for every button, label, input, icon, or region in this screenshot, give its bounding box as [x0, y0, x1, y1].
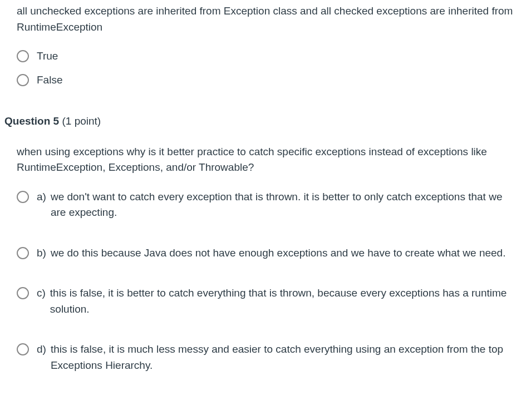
question-points: (1 point) — [59, 115, 101, 127]
option-row-b[interactable]: b) we do this because Java does not have… — [17, 245, 514, 261]
question-number-label: Question 5 — [4, 115, 59, 127]
option-text-d: this is false, it is much less messy and… — [51, 342, 514, 373]
option-letter-d: d) — [37, 342, 46, 358]
radio-icon[interactable] — [17, 287, 29, 299]
option-letter-b: b) — [37, 245, 46, 261]
radio-icon[interactable] — [17, 191, 29, 203]
option-content: c) this is false, it is better to catch … — [37, 285, 514, 317]
option-content: b) we do this because Java does not have… — [37, 245, 514, 261]
question-5-block: when using exceptions why is it better p… — [0, 141, 531, 385]
option-text-a: we don't want to catch every exception t… — [51, 189, 514, 221]
option-label-true: True — [37, 48, 514, 65]
option-letter-c: c) — [37, 285, 46, 302]
option-row-true[interactable]: True — [17, 48, 514, 65]
option-text-b: we do this because Java does not have en… — [51, 245, 514, 261]
question-5-header: Question 5 (1 point) — [0, 107, 531, 141]
option-letter-a: a) — [37, 189, 46, 205]
radio-icon[interactable] — [17, 343, 29, 355]
radio-icon[interactable] — [17, 247, 29, 259]
option-row-a[interactable]: a) we don't want to catch every exceptio… — [17, 189, 514, 221]
option-row-false[interactable]: False — [17, 72, 514, 88]
question-5-text: when using exceptions why is it better p… — [0, 141, 531, 189]
option-content: d) this is false, it is much less messy … — [37, 342, 514, 373]
radio-icon[interactable] — [17, 74, 29, 86]
option-label-false: False — [37, 72, 514, 88]
question-4-text: all unchecked exceptions are inherited f… — [0, 0, 531, 48]
question-5-options: a) we don't want to catch every exceptio… — [0, 189, 531, 374]
radio-icon[interactable] — [17, 50, 29, 62]
option-row-d[interactable]: d) this is false, it is much less messy … — [17, 342, 514, 373]
option-row-c[interactable]: c) this is false, it is better to catch … — [17, 285, 514, 317]
option-text-c: this is false, it is better to catch eve… — [50, 285, 514, 317]
question-4-block: all unchecked exceptions are inherited f… — [0, 0, 531, 107]
question-4-options: True False — [0, 48, 531, 88]
option-content: a) we don't want to catch every exceptio… — [37, 189, 514, 221]
